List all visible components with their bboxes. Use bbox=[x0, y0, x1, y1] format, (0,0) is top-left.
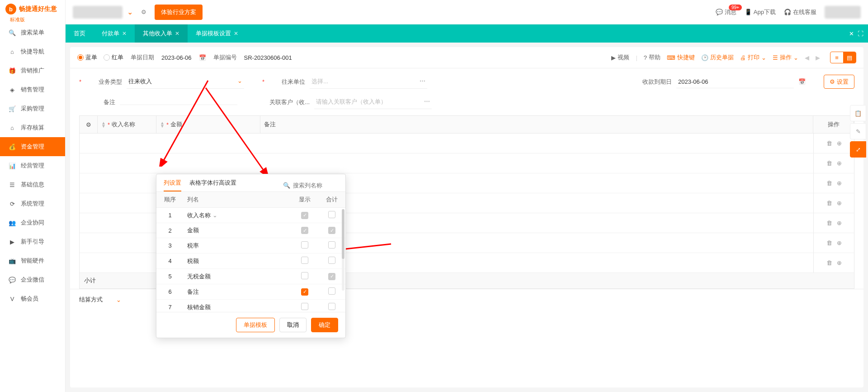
tab-close-all-icon[interactable]: ✕ bbox=[849, 30, 854, 37]
checkbox-icon[interactable]: ✓ bbox=[301, 212, 308, 219]
scrollbar[interactable] bbox=[342, 209, 344, 291]
tab-其他收入单[interactable]: 其他收入单 ✕ bbox=[135, 24, 188, 43]
checkbox-icon[interactable]: ✓ bbox=[301, 227, 308, 234]
checkbox-icon[interactable] bbox=[328, 257, 335, 264]
rel-customer-input[interactable]: 请输入关联客户（收入单） ⋯ bbox=[314, 95, 432, 109]
col-income-name[interactable]: ▲▼ *收入名称 bbox=[98, 116, 156, 133]
checkbox-icon[interactable]: ✓ bbox=[301, 288, 308, 296]
nav-next-icon[interactable]: ▶ bbox=[816, 54, 820, 61]
chevron-down-icon[interactable]: ⌄ bbox=[116, 296, 121, 303]
due-date-value[interactable]: 2023-06-06 bbox=[676, 76, 794, 88]
history-link[interactable]: 🕑历史单据 bbox=[701, 53, 734, 62]
checkbox-icon[interactable]: ✓ bbox=[328, 273, 335, 280]
copy-icon[interactable]: ⊕ bbox=[837, 239, 842, 246]
tab-单据模板设置[interactable]: 单据模板设置 ✕ bbox=[188, 24, 246, 43]
checkbox-icon[interactable] bbox=[328, 303, 335, 310]
sidebar-item-vip[interactable]: V 畅会员 bbox=[0, 289, 65, 308]
sidebar-item-team[interactable]: 👥 企业协同 bbox=[0, 213, 65, 232]
checkbox-icon[interactable] bbox=[328, 287, 335, 295]
remark-input[interactable] bbox=[120, 99, 237, 105]
settings-button[interactable]: ⚙ 设置 bbox=[824, 75, 854, 89]
delete-icon[interactable]: 🗑 bbox=[826, 259, 832, 266]
checkbox-icon[interactable] bbox=[301, 257, 308, 264]
delete-icon[interactable]: 🗑 bbox=[826, 160, 832, 167]
confirm-button[interactable]: 确定 bbox=[311, 318, 338, 332]
user-avatar-blurred[interactable] bbox=[825, 6, 861, 19]
gear-icon[interactable]: ⚙ bbox=[137, 6, 150, 19]
checkbox-icon[interactable]: ✓ bbox=[328, 227, 335, 234]
messages-link[interactable]: 💬 消息 99+ bbox=[716, 8, 736, 16]
lookup-icon[interactable]: ⋯ bbox=[420, 77, 425, 86]
copy-icon[interactable]: ⊕ bbox=[837, 200, 842, 206]
popup-tab-font[interactable]: 表格字体行高设置 bbox=[189, 179, 236, 191]
view-detail-button[interactable]: ▤ bbox=[843, 52, 856, 63]
sidebar-item-home[interactable]: ⌂ 快捷导航 bbox=[0, 42, 65, 61]
col-amount[interactable]: ▲▼ *金额 bbox=[156, 116, 260, 133]
popup-tab-columns[interactable]: 列设置 bbox=[164, 179, 181, 191]
tab-首页[interactable]: 首页 bbox=[66, 24, 94, 43]
chevron-down-icon[interactable]: ⌄ bbox=[212, 212, 217, 219]
fullscreen-icon[interactable]: ⛶ bbox=[858, 30, 863, 37]
copy-icon[interactable]: ⊕ bbox=[837, 259, 842, 266]
checkbox-icon[interactable] bbox=[301, 241, 308, 249]
sidebar-item-hw[interactable]: 📺 智能硬件 bbox=[0, 251, 65, 270]
close-icon[interactable]: ✕ bbox=[234, 30, 238, 37]
radio-blue[interactable]: 蓝单 bbox=[77, 53, 97, 62]
org-selector-blurred[interactable] bbox=[73, 6, 123, 19]
tab-付款单[interactable]: 付款单 ✕ bbox=[94, 24, 135, 43]
popup-search-input[interactable] bbox=[293, 182, 338, 189]
sidebar-item-biz[interactable]: 📊 经营管理 bbox=[0, 156, 65, 175]
doc-date-value[interactable]: 2023-06-06 bbox=[161, 54, 192, 61]
checkbox-icon[interactable] bbox=[328, 241, 335, 249]
float-expand-button[interactable]: ⤢ bbox=[850, 141, 866, 158]
float-edit-button[interactable]: ✎ bbox=[850, 123, 866, 139]
checkbox-icon[interactable] bbox=[301, 272, 308, 279]
copy-icon[interactable]: ⊕ bbox=[837, 140, 842, 147]
close-icon[interactable]: ✕ bbox=[175, 30, 179, 37]
sidebar-item-gift[interactable]: 🎁 营销推广 bbox=[0, 61, 65, 80]
table-row[interactable]: 🗑 ⊕ bbox=[80, 134, 854, 153]
lookup-icon[interactable]: ⋯ bbox=[424, 98, 430, 106]
sidebar-item-sale[interactable]: ◈ 销售管理 bbox=[0, 80, 65, 99]
grid-settings-button[interactable]: ⚙ bbox=[80, 116, 98, 133]
sidebar-item-money[interactable]: 💰 资金管理 bbox=[0, 137, 65, 156]
cta-button[interactable]: 体验行业方案 bbox=[155, 5, 203, 20]
copy-icon[interactable]: ⊕ bbox=[837, 160, 842, 167]
template-button[interactable]: 单据模板 bbox=[236, 318, 275, 332]
delete-icon[interactable]: 🗑 bbox=[826, 200, 832, 206]
sidebar-item-system[interactable]: ⟳ 系统管理 bbox=[0, 194, 65, 213]
sidebar-item-stock[interactable]: ⌂ 库存核算 bbox=[0, 118, 65, 137]
app-download-link[interactable]: 📱 App下载 bbox=[745, 8, 776, 16]
float-note-button[interactable]: 📋 bbox=[850, 105, 866, 121]
sidebar-item-info[interactable]: ☰ 基础信息 bbox=[0, 175, 65, 194]
shortcut-link[interactable]: ⌨快捷键 bbox=[667, 53, 695, 62]
sidebar-item-guide[interactable]: ▶ 新手引导 bbox=[0, 232, 65, 251]
delete-icon[interactable]: 🗑 bbox=[826, 140, 832, 147]
partner-input[interactable]: 选择... ⋯ bbox=[310, 75, 427, 89]
checkbox-icon[interactable] bbox=[301, 303, 308, 310]
close-icon[interactable]: ✕ bbox=[122, 30, 127, 37]
nav-prev-icon[interactable]: ◀ bbox=[805, 54, 809, 61]
online-service-link[interactable]: 🎧 在线客服 bbox=[784, 8, 816, 16]
calendar-icon[interactable]: 📅 bbox=[798, 78, 806, 85]
radio-red[interactable]: 红单 bbox=[104, 53, 123, 62]
video-link[interactable]: ▶视频 bbox=[611, 53, 629, 62]
delete-icon[interactable]: 🗑 bbox=[826, 180, 832, 186]
sidebar-item-wechat[interactable]: 💬 企业微信 bbox=[0, 270, 65, 289]
operate-link[interactable]: ☰操作⌄ bbox=[773, 53, 798, 62]
print-link[interactable]: 🖨打印⌄ bbox=[740, 53, 766, 62]
biz-type-select[interactable]: 往来收入 ⌄ bbox=[127, 75, 244, 89]
view-list-button[interactable]: ≡ bbox=[830, 52, 843, 63]
table-row[interactable]: 🗑 ⊕ bbox=[80, 153, 854, 173]
calendar-icon[interactable]: 📅 bbox=[199, 54, 206, 61]
checkbox-icon[interactable] bbox=[328, 211, 335, 218]
delete-icon[interactable]: 🗑 bbox=[826, 220, 832, 226]
chevron-down-icon[interactable]: ⌄ bbox=[127, 8, 133, 16]
help-link[interactable]: ?帮助 bbox=[644, 53, 660, 62]
sidebar-item-cart[interactable]: 🛒 采购管理 bbox=[0, 99, 65, 118]
copy-icon[interactable]: ⊕ bbox=[837, 180, 842, 186]
copy-icon[interactable]: ⊕ bbox=[837, 220, 842, 226]
sidebar-item-search[interactable]: 🔍 搜索菜单 bbox=[0, 23, 65, 42]
delete-icon[interactable]: 🗑 bbox=[826, 239, 832, 246]
cancel-button[interactable]: 取消 bbox=[279, 318, 307, 332]
